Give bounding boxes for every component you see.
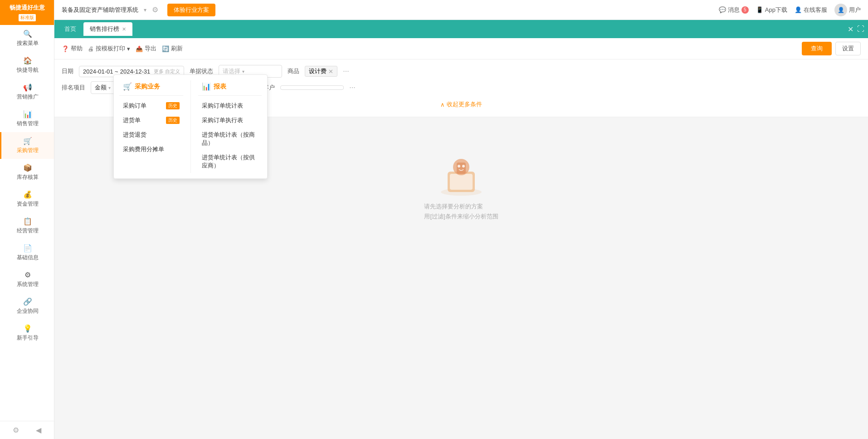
purchase-col-title: 🛒 采购业务 (119, 80, 183, 96)
sidebar-item-enterprise[interactable]: 🔗 企业协同 (0, 293, 54, 320)
tab-sales-rank[interactable]: 销售排行榜 ✕ (83, 22, 132, 36)
product-tag-close[interactable]: ✕ (328, 68, 333, 75)
purchase-col-label: 采购业务 (135, 83, 160, 91)
sidebar-item-quick-nav[interactable]: 🏠 快捷导航 (0, 52, 54, 79)
sidebar-item-marketing[interactable]: 📢 营销推广 (0, 79, 54, 105)
avatar: 👤 (834, 4, 847, 16)
order-status-arrow: ▾ (242, 69, 244, 74)
trial-button[interactable]: 体验行业方案 (167, 4, 215, 16)
main-area: 装备及固定资产辅助管理系统 ▾ ⚙ 体验行业方案 💬 消息 5 📱 App下载 … (54, 0, 868, 439)
tab-home[interactable]: 首页 (58, 22, 83, 36)
expense-label: 采购费用分摊单 (123, 145, 164, 153)
settings-icon[interactable]: ⚙ (13, 426, 19, 434)
dropdown-item-inbound-stat-supplier[interactable]: 进货单统计表（按供应商） (198, 150, 262, 173)
setting-button[interactable]: 设置 (835, 42, 861, 55)
tab-sales-rank-label: 销售排行榜 (90, 25, 119, 33)
quick-nav-icon: 🏠 (23, 56, 32, 65)
sidebar-item-basic[interactable]: 📄 基础信息 (0, 239, 54, 266)
date-value-end: 2024-12-31 (120, 68, 151, 75)
date-extra[interactable]: 更多 自定义 (154, 68, 180, 75)
sidebar-logo: 畅捷通好生意 标准版 (0, 0, 54, 25)
inbound-history: 历史 (166, 117, 180, 124)
guide-icon: 💡 (23, 324, 32, 333)
sidebar-item-basic-label: 基础信息 (17, 254, 39, 261)
sidebar: 畅捷通好生意 标准版 🔍 搜索菜单 🏠 快捷导航 📢 营销推广 📊 销售管理 (0, 0, 54, 439)
toolbar: ❓ 帮助 🖨 按模板打印 ▾ 📤 导出 🔄 刷新 查询 (54, 38, 868, 59)
empty-tips: 请先选择要分析的方案 用[过滤]条件来缩小分析范围 (424, 202, 498, 222)
report-col-label: 报表 (214, 83, 226, 91)
enterprise-icon: 🔗 (23, 297, 32, 306)
help-item[interactable]: ❓ 帮助 (62, 44, 83, 53)
content-area: ❓ 帮助 🖨 按模板打印 ▾ 📤 导出 🔄 刷新 查询 (54, 38, 868, 439)
header-right: 💬 消息 5 📱 App下载 👤 在线客服 👤 用户 (719, 4, 861, 16)
purchase-order-stat-label: 采购订单统计表 (202, 102, 243, 110)
print-item[interactable]: 🖨 按模板打印 ▾ (88, 44, 130, 53)
customer-input[interactable] (280, 85, 344, 90)
logo-name: 畅捷通好生意 (10, 4, 45, 12)
ranking-value: 金额 (95, 84, 107, 92)
top-header: 装备及固定资产辅助管理系统 ▾ ⚙ 体验行业方案 💬 消息 5 📱 App下载 … (54, 0, 868, 20)
sidebar-item-marketing-label: 营销推广 (17, 93, 39, 101)
sidebar-menu: 🔍 搜索菜单 🏠 快捷导航 📢 营销推广 📊 销售管理 🛒 采购管理 📦 (0, 25, 54, 421)
service-icon: 👤 (795, 6, 802, 13)
empty-tip-1: 请先选择要分析的方案 (424, 202, 498, 211)
sidebar-item-operation[interactable]: 📋 经营管理 (0, 212, 54, 239)
sidebar-item-system[interactable]: ⚙ 系统管理 (0, 266, 54, 293)
sidebar-item-guide[interactable]: 💡 新手引导 (0, 320, 54, 346)
sidebar-item-enterprise-label: 企业协同 (17, 307, 39, 315)
refresh-item[interactable]: 🔄 刷新 (162, 44, 183, 53)
print-arrow[interactable]: ▾ (127, 45, 130, 52)
dropdown-item-expense[interactable]: 采购费用分摊单 (119, 142, 183, 157)
print-icon: 🖨 (88, 45, 94, 52)
report-col-title: 📊 报表 (198, 80, 262, 96)
sidebar-item-sales[interactable]: 📊 销售管理 (0, 105, 54, 132)
help-icon: ❓ (62, 45, 69, 52)
collapse-button[interactable]: ∧ 收起更多条件 (438, 98, 485, 111)
dropdown-item-inbound[interactable]: 进货单 历史 (119, 113, 183, 128)
svg-rect-2 (450, 174, 473, 190)
message-item[interactable]: 💬 消息 5 (719, 6, 749, 14)
online-service-label: 在线客服 (804, 6, 827, 14)
system-icon: ⚙ (24, 271, 31, 279)
report-col-icon: 📊 (202, 82, 211, 91)
message-label: 消息 (728, 6, 740, 14)
product-label: 商品 (288, 67, 299, 75)
header-dropdown-arrow[interactable]: ▾ (144, 7, 146, 13)
collapse-label: 收起更多条件 (447, 100, 482, 109)
tab-home-label: 首页 (64, 25, 76, 33)
dropdown-item-purchase-order-exec[interactable]: 采购订单执行表 (198, 113, 262, 128)
dropdown-item-inbound-stat-product[interactable]: 进货单统计表（按商品） (198, 128, 262, 150)
window-expand-icon[interactable]: ⛶ (857, 25, 864, 33)
sidebar-item-finance-label: 资金管理 (17, 200, 39, 208)
ranking-label: 排名项目 (62, 84, 85, 92)
export-item[interactable]: 📤 导出 (136, 44, 156, 53)
search-menu-icon: 🔍 (23, 30, 32, 38)
query-button[interactable]: 查询 (802, 42, 832, 55)
customer-more-dots[interactable]: ··· (349, 84, 355, 92)
marketing-icon: 📢 (23, 83, 32, 92)
sidebar-item-purchase[interactable]: 🛒 采购管理 (0, 132, 54, 159)
window-close-icon[interactable]: ✕ (848, 25, 853, 34)
dropdown-menu: 🛒 采购业务 采购订单 历史 进货单 历史 进货退货 (113, 74, 268, 179)
product-more-dots[interactable]: ··· (343, 67, 349, 75)
sidebar-footer: ⚙ ◀ (0, 421, 54, 439)
app-download-item[interactable]: 📱 App下载 (756, 6, 787, 14)
refresh-icon: 🔄 (162, 45, 169, 52)
sidebar-item-finance[interactable]: 💰 资金管理 (0, 186, 54, 212)
online-service-item[interactable]: 👤 在线客服 (795, 6, 827, 14)
print-label: 按模板打印 (96, 44, 125, 53)
dropdown-item-purchase-order[interactable]: 采购订单 历史 (119, 99, 183, 113)
refresh-label: 刷新 (171, 44, 183, 53)
sidebar-item-inventory[interactable]: 📦 库存核算 (0, 159, 54, 186)
dropdown-item-purchase-order-stat[interactable]: 采购订单统计表 (198, 99, 262, 113)
tab-close-icon[interactable]: ✕ (122, 26, 126, 32)
header-gear-icon[interactable]: ⚙ (152, 5, 158, 14)
user-item[interactable]: 👤 用户 (834, 4, 861, 16)
date-value: 2024-01-01 ~ (83, 68, 118, 75)
collapse-icon[interactable]: ◀ (36, 426, 41, 434)
ranking-arrow: ▾ (108, 85, 111, 90)
inventory-icon: 📦 (23, 163, 32, 172)
logo-badge: 标准版 (19, 14, 36, 21)
sidebar-item-search[interactable]: 🔍 搜索菜单 (0, 25, 54, 52)
dropdown-item-return[interactable]: 进货退货 (119, 128, 183, 142)
